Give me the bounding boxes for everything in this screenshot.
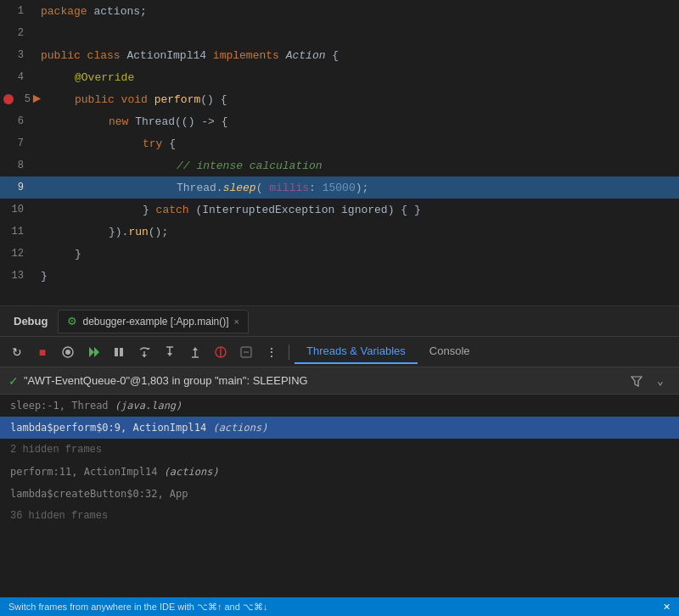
thread-actions: ⌄ [626,371,671,391]
code-line-13: 13 } [0,265,679,287]
line-num-13: 13 [0,270,34,282]
step-over-icon [137,345,151,359]
view-tabs: Threads & Variables Console [295,339,482,364]
line-num-10: 10 [0,204,34,216]
step-over-button[interactable] [132,340,156,364]
frame-text-create-button: lambda$createButton$0:32, App [10,488,188,500]
line-num-8: 8 [0,160,34,171]
debug-tabs-bar: Debug ⚙ debugger-example [:App.main()] × [0,306,679,337]
debug-toolbar: ↻ ■ [0,337,679,367]
mute-breakpoints-icon [61,345,75,359]
code-line-10: 10 } catch (InterruptedException ignored… [0,199,679,221]
svg-marker-3 [94,347,99,357]
code-line-3: 3 public class ActionImpl14 implements A… [0,44,679,66]
frames-list: sleep:-1, Thread (java.lang) lambda$perf… [0,395,679,597]
line-content-7: try { [34,137,176,150]
line-content-8: // intense calculation [34,160,323,172]
line-content-10: } catch (InterruptedException ignored) {… [34,204,421,216]
thread-check-icon: ✓ [8,374,19,388]
frame-text-sleep: sleep:-1, Thread (java.lang) [10,400,182,412]
svg-marker-8 [142,355,147,357]
frame-item-perform[interactable]: perform:11, ActionImpl14 (actions) [0,461,679,483]
frame-item-hidden-36[interactable]: 36 hidden frames [0,505,679,527]
frame-item-sleep[interactable]: sleep:-1, Thread (java.lang) [0,395,679,417]
status-bar: Switch frames from anywhere in the IDE w… [0,597,679,616]
frame-item-hidden-2[interactable]: 2 hidden frames [0,439,679,461]
line-num-4: 4 [0,71,34,83]
pause-icon [113,346,125,358]
breakpoint-dot [3,94,14,104]
svg-marker-19 [631,377,642,386]
code-editor: 1 package actions; 2 3 public class Acti… [0,0,679,305]
stop-button[interactable]: ■ [31,340,54,364]
line-content-2 [34,27,48,40]
line-content-9: Thread.sleep( millis: 15000); [34,182,368,194]
code-line-8: 8 // intense calculation [0,154,679,176]
thread-info: ✓ "AWT-EventQueue-0"@1,803 in group "mai… [8,374,308,388]
step-out-icon [188,345,202,359]
code-line-7: 7 try { [0,132,679,154]
hidden-frames-label-2: 2 hidden frames [10,444,102,456]
line-content-1: package actions; [34,5,147,18]
debug-label[interactable]: Debug [7,315,54,328]
step-out-button[interactable] [183,340,207,364]
filter-button[interactable] [626,371,647,391]
frame-text-lambda: lambda$perform$0:9, ActionImpl14 (action… [10,422,267,434]
line-content-4: @Override [34,71,134,84]
line-content-11: }).run(); [34,226,168,238]
frame-item-lambda-perform[interactable]: lambda$perform$0:9, ActionImpl14 (action… [0,417,679,439]
close-icon[interactable]: × [234,316,239,327]
session-tab-label: debugger-example [:App.main()] [82,316,228,328]
step-into-button[interactable] [158,340,182,364]
svg-marker-10 [167,353,172,356]
svg-marker-2 [89,347,94,357]
line-num-2: 2 [0,27,34,39]
line-num-12: 12 [0,248,34,260]
filter-icon [631,375,643,387]
line-content-6: new Thread(() -> { [34,115,227,128]
resume-button[interactable] [81,340,105,364]
run-to-cursor-button[interactable] [209,340,233,364]
code-line-1: 1 package actions; [0,0,679,22]
mute-breakpoints-button[interactable] [56,340,80,364]
toolbar-separator [289,344,289,360]
code-line-6: 6 new Thread(() -> { [0,110,679,132]
line-num-9: 9 [0,182,34,193]
debug-arrow: ► [32,92,41,107]
code-line-9: 9 Thread.sleep( millis: 15000); [0,176,679,199]
code-line-4: 4 @Override [0,66,679,88]
expand-button[interactable]: ⌄ [650,371,671,391]
line-content-13: } [34,270,48,283]
more-button[interactable]: ⋮ [260,340,283,364]
svg-rect-5 [120,348,123,356]
pause-button[interactable] [107,340,131,364]
thread-status: "AWT-EventQueue-0"@1,803 in group "main"… [24,374,308,387]
svg-rect-4 [115,348,118,356]
code-lines: 1 package actions; 2 3 public class Acti… [0,0,679,305]
debug-icon: ⚙ [67,315,77,328]
shortcut-hint: Switch frames from anywhere in the IDE w… [8,602,267,613]
debug-panel: Debug ⚙ debugger-example [:App.main()] ×… [0,305,679,616]
svg-marker-13 [193,347,198,350]
line-num-3: 3 [0,49,34,61]
code-line-12: 12 } [0,243,679,265]
rerun-button[interactable]: ↻ [5,340,29,364]
code-line-11: 11 }).run(); [0,221,679,243]
line-content-5: public void perform() { [34,93,227,106]
line-content-12: } [34,248,81,260]
evaluate-button[interactable] [234,340,258,364]
svg-point-1 [65,350,70,355]
hidden-frames-label-36: 36 hidden frames [10,510,108,522]
close-status-icon[interactable]: ✕ [663,602,671,613]
tab-threads-variables[interactable]: Threads & Variables [295,339,418,364]
tab-console[interactable]: Console [418,339,482,364]
line-num-1: 1 [0,5,34,17]
evaluate-icon [239,345,253,359]
thread-bar: ✓ "AWT-EventQueue-0"@1,803 in group "mai… [0,367,679,395]
debug-session-tab[interactable]: ⚙ debugger-example [:App.main()] × [58,310,249,333]
run-to-cursor-icon [214,345,227,359]
line-num-7: 7 [0,137,34,149]
step-into-icon [163,345,177,359]
line-num-6: 6 [0,115,34,127]
frame-item-create-button[interactable]: lambda$createButton$0:32, App [0,483,679,505]
